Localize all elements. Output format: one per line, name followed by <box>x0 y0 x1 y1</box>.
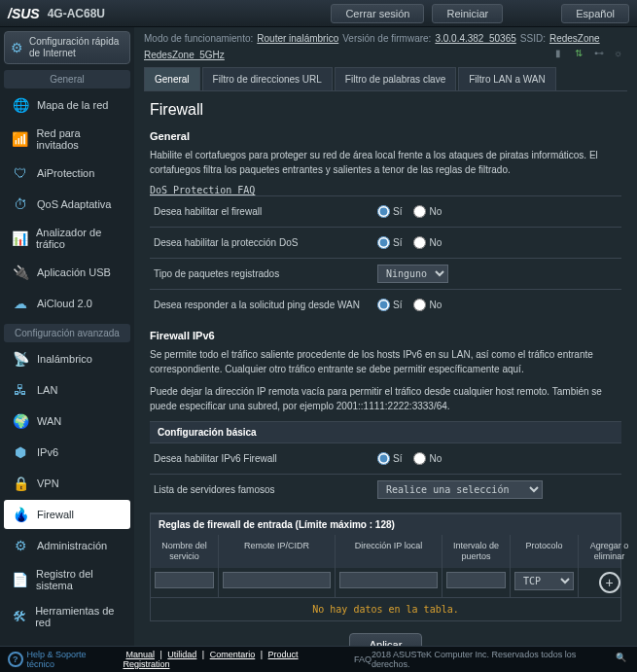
footer-link-manual[interactable]: Manual <box>125 650 155 659</box>
sidebar-item-label: Herramientas de red <box>35 605 123 628</box>
logged-packets-select[interactable]: Ninguno <box>377 265 448 283</box>
section-advanced: Configuración avanzada <box>4 324 130 342</box>
footer-link-comentario[interactable]: Comentario <box>210 650 256 659</box>
reboot-button[interactable]: Reiniciar <box>432 4 503 23</box>
language-select[interactable]: Español <box>561 4 629 23</box>
tab-filtro-de-direcciones-url[interactable]: Filtro de direcciones URL <box>202 67 333 90</box>
model-name: 4G-AC68U <box>48 7 105 20</box>
column-header: Agregar o eliminar <box>579 535 637 568</box>
sidebar-item-label: Administración <box>37 540 107 551</box>
sidebar-item-wan[interactable]: 🌍WAN <box>4 407 130 436</box>
sidebar-item-label: VPN <box>37 477 59 489</box>
search-icon[interactable]: 🔍 <box>616 653 629 666</box>
sidebar-item-lan[interactable]: 🖧LAN <box>4 375 130 405</box>
general-description: Habilite el cortafuegos para proteger su… <box>150 148 621 177</box>
enable-dos-label: Desea habilitar la protección DoS <box>154 237 377 248</box>
nav-icon: 📡 <box>12 350 29 368</box>
no-label: No <box>429 237 442 248</box>
ssid1-value[interactable]: RedesZone <box>549 33 600 44</box>
section-general: General <box>4 70 130 88</box>
sidebar-item-qos-adaptativa[interactable]: ⏱QoS Adaptativa <box>4 190 130 219</box>
enable-dos-no[interactable] <box>413 236 426 249</box>
sidebar-item-aplicación-usb[interactable]: 🔌Aplicación USB <box>4 258 130 287</box>
faq-link[interactable]: FAQ <box>354 654 372 664</box>
no-label: No <box>429 206 442 217</box>
sidebar-item-label: IPv6 <box>37 446 58 458</box>
tab-general[interactable]: General <box>144 67 200 90</box>
yes-label: Sí <box>393 300 402 310</box>
sidebar-item-label: Analizador de tráfico <box>36 227 123 250</box>
tab-filtro-de-palabras-clave[interactable]: Filtro de palabras clave <box>335 67 456 90</box>
sidebar-item-analizador-de-tráfico[interactable]: 📊Analizador de tráfico <box>4 221 130 256</box>
quick-setup-button[interactable]: ⚙ Configuración rápida de Internet <box>4 31 130 64</box>
nav-icon: 📶 <box>12 130 28 148</box>
sidebar-item-label: AiProtection <box>37 167 94 179</box>
sidebar-item-aiprotection[interactable]: 🛡AiProtection <box>4 159 130 188</box>
wan-ping-yes[interactable] <box>377 299 390 311</box>
footer: ? Help & Soporte técnico Manual | Utilid… <box>0 646 637 672</box>
basic-config-header: Configuración básica <box>150 421 621 442</box>
sidebar-item-vpn[interactable]: 🔒VPN <box>4 469 130 498</box>
footer-link-utilidad[interactable]: Utilidad <box>167 650 196 659</box>
wan-ping-no[interactable] <box>413 299 426 311</box>
wan-ping-label: Desea responder a la solicitud ping desd… <box>154 300 377 310</box>
column-header: Nombre del servicio <box>151 535 219 568</box>
protocol-select[interactable]: TCP <box>514 572 574 590</box>
tab-filtro-lan-a-wan[interactable]: Filtro LAN a WAN <box>458 67 556 90</box>
yes-label: Sí <box>393 237 402 248</box>
mode-value[interactable]: Router inalámbrico <box>257 33 338 44</box>
sidebar-item-inalámbrico[interactable]: 📡Inalámbrico <box>4 344 130 373</box>
sidebar-item-red-para-invitados[interactable]: 📶Red para invitados <box>4 122 130 157</box>
sidebar-item-herramientas-de-red[interactable]: 🛠Herramientas de red <box>4 599 130 634</box>
nav-icon: 📊 <box>12 230 28 247</box>
column-header: Dirección IP local <box>336 535 442 568</box>
service-name-input[interactable] <box>155 572 214 588</box>
rules-table: Reglas de firewall de entrada (Límite má… <box>150 513 621 621</box>
sidebar-item-mapa-de-la-red[interactable]: 🌐Mapa de la red <box>4 90 130 120</box>
nav-icon: 🖧 <box>12 381 29 399</box>
dos-faq-link[interactable]: DoS Protection FAQ <box>150 185 621 195</box>
enable-ipv6-yes[interactable] <box>377 452 390 465</box>
nav-icon: ⬢ <box>12 443 29 461</box>
ipv6-header: Firewall IPv6 <box>150 330 621 341</box>
sidebar-item-aicloud-2.0[interactable]: ☁AiCloud 2.0 <box>4 289 130 318</box>
add-rule-button[interactable]: + <box>599 572 620 593</box>
enable-ipv6-no[interactable] <box>413 452 426 465</box>
help-icon[interactable]: ? <box>8 652 23 667</box>
nav-icon: 🌍 <box>12 412 29 430</box>
port-range-input[interactable] <box>446 572 506 588</box>
enable-dos-yes[interactable] <box>377 236 390 249</box>
remote-ip-input[interactable] <box>223 572 331 588</box>
sidebar-item-registro-del-sistema[interactable]: 📄Registro del sistema <box>4 562 130 597</box>
yes-label: Sí <box>393 453 402 464</box>
content-area: Modo de funcionamiento: Router inalámbri… <box>134 27 637 646</box>
apply-button[interactable]: Aplicar <box>349 633 423 646</box>
sidebar-item-administración[interactable]: ⚙Administración <box>4 531 130 560</box>
famous-servers-select[interactable]: Realice una selección <box>377 480 543 499</box>
sidebar-item-label: Mapa de la red <box>37 99 108 111</box>
sidebar-item-ipv6[interactable]: ⬢IPv6 <box>4 438 130 467</box>
local-ip-input[interactable] <box>339 572 438 588</box>
help-label[interactable]: Help & Soporte técnico <box>27 650 114 669</box>
sidebar-item-label: Aplicación USB <box>37 266 111 278</box>
general-header: General <box>150 130 621 142</box>
link-icon: ⇅ <box>575 48 588 61</box>
ssid2-value[interactable]: RedesZone_5GHz <box>144 50 225 60</box>
logged-packets-label: Tipo de paquetes registrados <box>154 268 377 279</box>
famous-servers-label: Lista de servidores famosos <box>154 484 377 495</box>
no-label: No <box>429 453 442 464</box>
nav-icon: 🔒 <box>12 475 29 492</box>
sidebar-item-label: Red para invitados <box>36 127 123 151</box>
version-value[interactable]: 3.0.0.4.382_50365 <box>435 33 515 44</box>
nav-icon: ☁ <box>12 295 29 312</box>
sidebar-item-firewall[interactable]: 🔥Firewall <box>4 500 130 529</box>
nav-icon: 🛠 <box>12 608 27 625</box>
nav-icon: 🔥 <box>12 506 29 523</box>
enable-firewall-no[interactable] <box>413 205 426 218</box>
enable-firewall-yes[interactable] <box>377 205 390 218</box>
no-label: No <box>429 300 442 310</box>
brand-logo: /SUS <box>8 6 40 21</box>
sidebar-item-label: LAN <box>37 384 57 396</box>
usb-icon: ⊷ <box>594 48 608 61</box>
logout-button[interactable]: Cerrar sesión <box>331 4 424 23</box>
